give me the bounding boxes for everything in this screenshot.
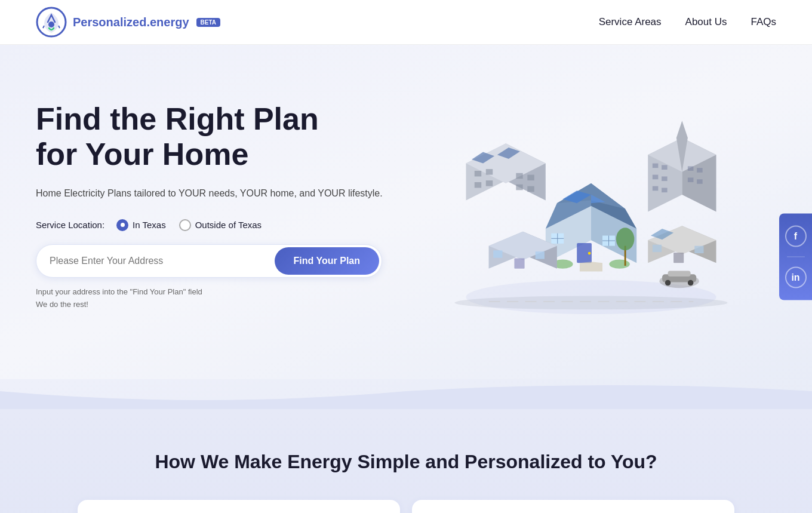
social-bar: f in	[779, 213, 812, 300]
how-section: How We Make Energy Simple and Personaliz…	[0, 409, 812, 513]
svg-point-1	[48, 21, 54, 27]
svg-rect-12	[516, 173, 522, 179]
logo-text: Personalized.energy BETA	[73, 16, 220, 29]
city-svg	[424, 87, 758, 325]
section-title: How We Make Energy Simple and Personaliz…	[36, 451, 776, 473]
svg-rect-67	[668, 271, 691, 277]
card-2: By analyzing your home location and pers…	[412, 500, 734, 513]
radio-in-texas[interactable]: In Texas	[116, 219, 166, 231]
svg-rect-55	[514, 259, 524, 269]
facebook-icon[interactable]: f	[785, 225, 807, 247]
radio-circle-texas	[116, 219, 128, 231]
service-location: Service Location: In Texas Outside of Te…	[36, 219, 406, 231]
svg-rect-9	[486, 169, 493, 175]
radio-outside-texas[interactable]: Outside of Texas	[179, 219, 262, 231]
nav-service-areas[interactable]: Service Areas	[599, 16, 662, 28]
svg-point-38	[588, 252, 591, 255]
svg-rect-30	[688, 177, 694, 182]
logo-name: Personalized.energy	[73, 16, 189, 29]
svg-rect-22	[653, 164, 659, 168]
svg-point-70	[454, 296, 727, 309]
hero-image	[406, 87, 776, 325]
cards-grid: Our AI-Powered Search Engine compares ev…	[78, 500, 734, 513]
svg-rect-28	[688, 166, 694, 171]
svg-rect-14	[516, 185, 522, 191]
service-location-label: Service Location:	[36, 220, 104, 230]
svg-rect-8	[475, 171, 481, 177]
svg-rect-57	[536, 251, 545, 259]
hero-content: Find the Right Plan for Your Home Home E…	[36, 102, 406, 311]
social-divider	[787, 256, 805, 257]
svg-marker-49	[580, 262, 602, 271]
radio-circle-outside	[179, 219, 191, 231]
svg-rect-63	[694, 246, 703, 253]
svg-rect-27	[662, 188, 668, 193]
logo-area: Personalized.energy BETA	[36, 7, 220, 38]
svg-rect-62	[653, 245, 662, 252]
svg-line-3	[59, 26, 60, 28]
nav-faqs[interactable]: FAQs	[751, 16, 776, 28]
svg-rect-15	[527, 186, 534, 192]
svg-rect-11	[486, 180, 493, 186]
logo-icon	[36, 7, 67, 38]
hero-section: Find the Right Plan for Your Home Home E…	[0, 45, 812, 379]
svg-rect-29	[697, 168, 703, 173]
svg-rect-31	[697, 179, 703, 184]
wave-svg	[0, 379, 812, 409]
search-bar: Find Your Plan	[36, 244, 382, 278]
svg-point-48	[609, 260, 629, 269]
svg-rect-24	[653, 175, 659, 180]
svg-point-69	[688, 280, 694, 286]
search-hint: Input your address into the "Find Your P…	[36, 286, 406, 311]
nav-about-us[interactable]: About Us	[685, 16, 727, 28]
social-sidebar: f in	[779, 213, 812, 300]
find-plan-button[interactable]: Find Your Plan	[275, 247, 379, 275]
hero-title: Find the Right Plan for Your Home	[36, 102, 406, 173]
radio-group: In Texas Outside of Texas	[116, 219, 262, 231]
svg-rect-26	[653, 186, 659, 191]
svg-rect-56	[493, 250, 502, 257]
svg-line-2	[43, 26, 44, 28]
linkedin-icon[interactable]: in	[785, 266, 807, 288]
main-nav: Service Areas About Us FAQs	[599, 16, 776, 28]
svg-rect-25	[662, 176, 668, 181]
svg-rect-61	[673, 253, 684, 263]
header: Personalized.energy BETA Service Areas A…	[0, 0, 812, 45]
svg-rect-13	[527, 175, 534, 181]
card-1: Our AI-Powered Search Engine compares ev…	[78, 500, 400, 513]
svg-rect-10	[475, 182, 481, 188]
svg-point-51	[616, 228, 634, 250]
wave-divider	[0, 379, 812, 409]
svg-point-68	[665, 280, 671, 286]
svg-rect-23	[662, 165, 668, 170]
address-input[interactable]	[36, 247, 272, 275]
hero-subtitle: Home Electricity Plans tailored to YOUR …	[36, 186, 406, 201]
beta-badge: BETA	[196, 18, 220, 27]
city-illustration	[424, 87, 758, 325]
